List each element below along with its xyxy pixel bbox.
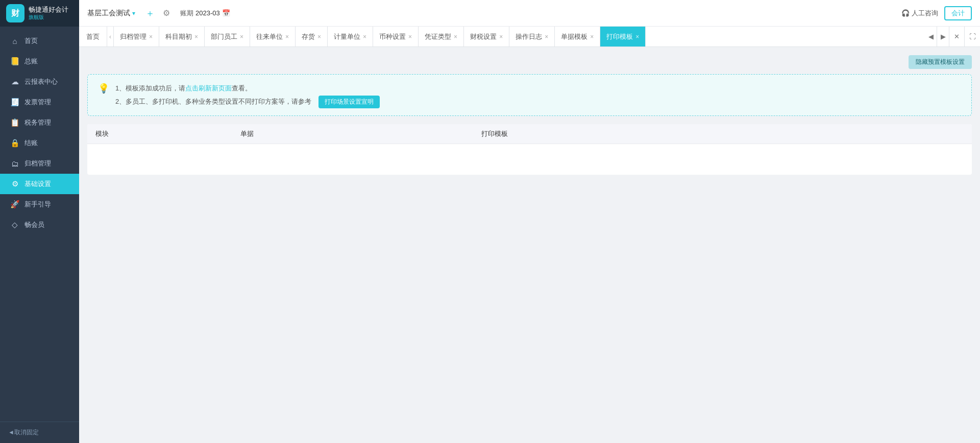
sidebar-item-member[interactable]: ◇畅会员 — [0, 215, 79, 235]
tab-部门员工[interactable]: 部门员工× — [205, 27, 250, 47]
nav-label-reports: 云报表中心 — [24, 77, 58, 86]
tab-label: 币种设置 — [379, 32, 406, 41]
hide-preview-button[interactable]: 隐藏预置模板设置 — [909, 55, 972, 69]
company-dropdown-icon: ▾ — [132, 10, 135, 17]
tab-label: 往来单位 — [256, 32, 283, 41]
nav-icon-tax: 📋 — [10, 118, 19, 127]
sidebar-item-reports[interactable]: ☁云报表中心 — [0, 72, 79, 92]
tab-bar: 首页 ‹ 归档管理×科目期初×部门员工×往来单位×存货×计量单位×币种设置×凭证… — [79, 27, 980, 47]
sidebar-item-ledger[interactable]: 📒总账 — [0, 51, 79, 72]
tab-close-icon[interactable]: × — [545, 33, 548, 40]
tab-scroll-right-button[interactable]: ▶ — [937, 27, 949, 47]
tab-close-all-button[interactable]: ✕ — [949, 27, 965, 47]
tab-close-icon[interactable]: × — [317, 33, 321, 40]
tab-存货[interactable]: 存货× — [296, 27, 328, 47]
tab-财税设置[interactable]: 财税设置× — [464, 27, 509, 47]
tab-scroll-left-button[interactable]: ◀ — [925, 27, 937, 47]
nav-icon-close: 🔒 — [10, 138, 19, 148]
tab-close-icon[interactable]: × — [194, 33, 198, 40]
col-module-header: 模块 — [95, 129, 240, 138]
table-body — [87, 144, 972, 175]
tab-计量单位[interactable]: 计量单位× — [328, 27, 373, 47]
nav-label-tax: 税务管理 — [24, 118, 51, 127]
tab-单据模板[interactable]: 单据模板× — [555, 27, 600, 47]
tab-close-icon[interactable]: × — [454, 33, 457, 40]
tab-close-icon[interactable]: × — [363, 33, 366, 40]
tab-币种设置[interactable]: 币种设置× — [373, 27, 419, 47]
calendar-icon[interactable]: 📅 — [222, 9, 230, 17]
tab-打印模板[interactable]: 打印模板× — [600, 27, 646, 47]
nav-label-member: 畅会员 — [24, 220, 44, 229]
tab-close-icon[interactable]: × — [408, 33, 412, 40]
top-bar-right: 🎧 人工咨询 会计 — [901, 6, 972, 20]
tab-操作日志[interactable]: 操作日志× — [509, 27, 555, 47]
nav-icon-reports: ☁ — [10, 77, 19, 86]
company-selector[interactable]: 基层工会测试 ▾ — [87, 9, 135, 18]
tab-label: 打印模板 — [606, 32, 633, 41]
sidebar-item-guide[interactable]: 🚀新手引导 — [0, 194, 79, 215]
tab-label: 部门员工 — [211, 32, 237, 41]
unpin-button[interactable]: ◄取消固定 — [0, 422, 79, 443]
period-value: 2023-03 — [195, 9, 220, 17]
sidebar-item-settings[interactable]: ⚙基础设置 — [0, 174, 79, 194]
customer-service-label: 人工咨询 — [912, 9, 938, 18]
add-tab-button[interactable]: ＋ — [145, 7, 155, 19]
info-line1: 1、模板添加成功后，请点击刷新新页面查看。 — [115, 82, 380, 95]
lightbulb-icon: 💡 — [98, 83, 109, 94]
info-line2-text: 2、多员工、多打印机、多种业务类型设置不同打印方案等，请参考 — [115, 98, 311, 105]
info-line1-before: 1、模板添加成功后，请 — [115, 84, 185, 92]
sidebar: 财 畅捷通好会计 旗舰版 ⌂首页📒总账☁云报表中心🧾发票管理📋税务管理🔒结账🗂归… — [0, 0, 79, 443]
sidebar-item-home[interactable]: ⌂首页 — [0, 31, 79, 51]
info-text: 1、模板添加成功后，请点击刷新新页面查看。 2、多员工、多打印机、多种业务类型设… — [115, 82, 380, 108]
tab-close-icon[interactable]: × — [240, 33, 243, 40]
account-button[interactable]: 会计 — [944, 6, 972, 20]
content-area: 隐藏预置模板设置 💡 1、模板添加成功后，请点击刷新新页面查看。 2、多员工、多… — [79, 47, 980, 443]
tab-close-icon[interactable]: × — [149, 33, 153, 40]
tab-close-icon[interactable]: × — [635, 33, 639, 40]
tab-bar-right: ◀ ▶ ✕ ⛶ — [925, 27, 980, 47]
tab-往来单位[interactable]: 往来单位× — [250, 27, 296, 47]
top-bar: 基层工会测试 ▾ ＋ ⚙ 账期 2023-03 📅 🎧 人工咨询 会计 — [79, 0, 980, 27]
tab-归档管理[interactable]: 归档管理× — [114, 27, 159, 47]
tab-label: 计量单位 — [334, 32, 360, 41]
tab-close-icon[interactable]: × — [590, 33, 594, 40]
tab-label: 单据模板 — [561, 32, 587, 41]
col-document-header: 单据 — [240, 129, 482, 138]
nav-icon-member: ◇ — [10, 220, 19, 229]
nav-icon-home: ⌂ — [10, 37, 19, 45]
sidebar-item-close[interactable]: 🔒结账 — [0, 133, 79, 153]
tab-label: 存货 — [302, 32, 315, 41]
tab-close-icon[interactable]: × — [285, 33, 289, 40]
sidebar-item-tax[interactable]: 📋税务管理 — [0, 112, 79, 133]
tab-label: 科目期初 — [165, 32, 192, 41]
tab-close-icon[interactable]: × — [499, 33, 503, 40]
tab-label: 财税设置 — [470, 32, 497, 41]
col-template-header: 打印模板 — [481, 129, 964, 138]
sidebar-item-invoice[interactable]: 🧾发票管理 — [0, 92, 79, 112]
headset-icon: 🎧 — [901, 9, 910, 17]
nav-label-settings: 基础设置 — [24, 179, 51, 189]
tab-label: 凭证类型 — [425, 32, 451, 41]
customer-service-button[interactable]: 🎧 人工咨询 — [901, 9, 938, 18]
sidebar-item-archive[interactable]: 🗂归档管理 — [0, 153, 79, 174]
info-refresh-link[interactable]: 点击刷新新页面 — [185, 84, 232, 92]
period-label: 账期 — [180, 9, 193, 18]
info-line2: 2、多员工、多打印机、多种业务类型设置不同打印方案等，请参考 打印场景设置宣明 — [115, 95, 380, 108]
tab-fullscreen-button[interactable]: ⛶ — [965, 27, 980, 47]
main-area: 基层工会测试 ▾ ＋ ⚙ 账期 2023-03 📅 🎧 人工咨询 会计 首页 ‹… — [79, 0, 980, 443]
nav-label-guide: 新手引导 — [24, 200, 51, 209]
print-scene-button[interactable]: 打印场景设置宣明 — [318, 96, 380, 108]
tab-科目期初[interactable]: 科目期初× — [159, 27, 205, 47]
tab-prev-icon[interactable]: ‹ — [107, 27, 114, 47]
hide-preview-section: 隐藏预置模板设置 — [87, 55, 972, 69]
nav-icon-ledger: 📒 — [10, 57, 19, 66]
settings-icon[interactable]: ⚙ — [163, 8, 170, 18]
company-name: 基层工会测试 — [87, 9, 130, 18]
tab-home[interactable]: 首页 — [79, 27, 107, 47]
table-header: 模块 单据 打印模板 — [87, 124, 972, 144]
nav-label-close: 结账 — [24, 138, 38, 148]
nav-icon-invoice: 🧾 — [10, 98, 19, 107]
tab-home-label: 首页 — [86, 32, 100, 41]
info-line1-after: 查看。 — [232, 84, 252, 92]
tab-凭证类型[interactable]: 凭证类型× — [419, 27, 464, 47]
